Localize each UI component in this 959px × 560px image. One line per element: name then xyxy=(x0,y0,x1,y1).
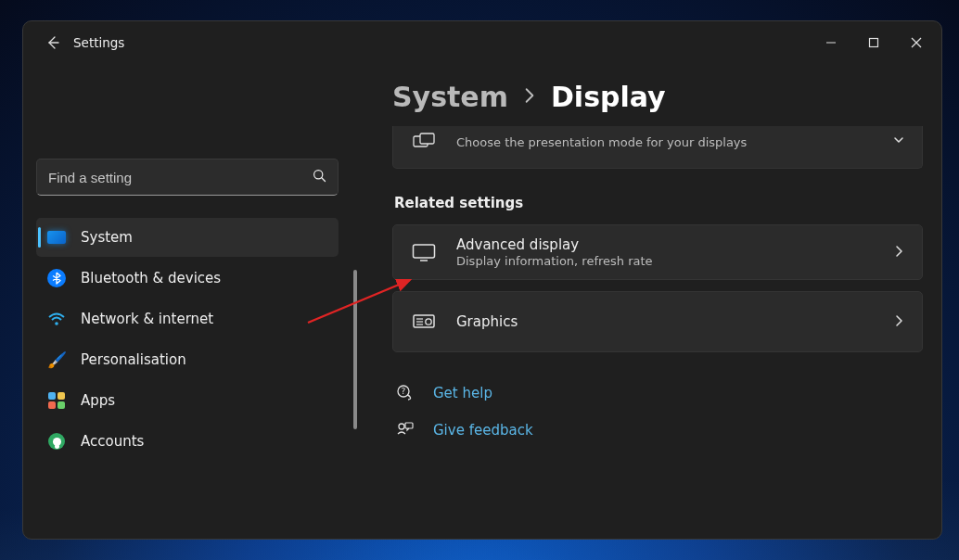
svg-line-6 xyxy=(322,178,326,182)
sidebar-item-label: Apps xyxy=(81,392,115,409)
close-icon xyxy=(911,37,922,48)
sidebar-item-personalisation[interactable]: 🖌️ Personalisation xyxy=(36,340,339,379)
breadcrumb-root[interactable]: System xyxy=(392,81,508,113)
paintbrush-icon: 🖌️ xyxy=(44,347,70,373)
setting-card-sub: Choose the presentation mode for your di… xyxy=(456,135,874,149)
chevron-right-icon xyxy=(521,87,538,108)
setting-card-advanced-display[interactable]: Advanced display Display information, re… xyxy=(392,224,923,280)
setting-card-multiple-displays[interactable]: Choose the presentation mode for your di… xyxy=(392,126,923,169)
app-title: Settings xyxy=(73,35,124,50)
sidebar-item-apps[interactable]: Apps xyxy=(36,381,339,420)
person-icon xyxy=(44,428,70,454)
sidebar-item-bluetooth[interactable]: Bluetooth & devices xyxy=(36,259,339,298)
svg-text:?: ? xyxy=(402,387,406,396)
svg-rect-10 xyxy=(414,245,435,258)
help-icon: ? xyxy=(394,384,416,402)
apps-icon xyxy=(44,388,70,414)
svg-point-7 xyxy=(55,322,58,325)
setting-card-title: Advanced display xyxy=(456,236,874,253)
section-header-related: Related settings xyxy=(394,195,923,211)
minimize-button[interactable] xyxy=(810,22,852,63)
sidebar-nav: System Bluetooth & devices Network & int… xyxy=(36,218,339,461)
link-label: Give feedback xyxy=(433,422,533,439)
setting-card-title: Graphics xyxy=(456,313,874,330)
settings-window: Settings xyxy=(22,20,942,540)
feedback-icon xyxy=(394,421,416,439)
monitor-outline-icon xyxy=(410,243,438,261)
link-label: Get help xyxy=(433,385,492,401)
window-controls xyxy=(810,22,938,63)
breadcrumb-leaf: Display xyxy=(551,81,666,113)
maximize-icon xyxy=(868,37,879,48)
search-icon xyxy=(313,169,326,185)
chevron-right-icon xyxy=(892,313,905,331)
sidebar-item-label: Network & internet xyxy=(81,311,213,327)
minimize-icon xyxy=(825,37,837,48)
sidebar-item-label: System xyxy=(81,229,133,246)
bluetooth-icon xyxy=(44,265,70,291)
sidebar-item-system[interactable]: System xyxy=(36,218,339,257)
arrow-left-icon xyxy=(45,35,60,50)
chevron-right-icon xyxy=(892,244,905,261)
search-input[interactable] xyxy=(48,170,313,185)
monitor-icon xyxy=(44,224,70,250)
link-give-feedback[interactable]: Give feedback xyxy=(394,421,923,439)
close-button[interactable] xyxy=(895,22,938,63)
svg-rect-9 xyxy=(420,134,434,144)
svg-rect-2 xyxy=(870,39,878,47)
setting-card-graphics[interactable]: Graphics xyxy=(392,291,923,352)
titlebar: Settings xyxy=(23,21,941,64)
wifi-icon xyxy=(44,306,70,332)
sidebar-item-label: Personalisation xyxy=(81,351,186,368)
chevron-down-icon xyxy=(892,133,905,150)
breadcrumb: System Display xyxy=(392,81,923,113)
setting-card-sub: Display information, refresh rate xyxy=(456,254,874,268)
sidebar: System Bluetooth & devices Network & int… xyxy=(23,64,352,539)
search-box[interactable] xyxy=(36,159,339,196)
maximize-button[interactable] xyxy=(852,22,895,63)
link-get-help[interactable]: ? Get help xyxy=(394,384,923,402)
svg-rect-20 xyxy=(405,423,413,428)
display-duplicate-icon xyxy=(410,133,438,151)
back-button[interactable] xyxy=(36,26,70,59)
sidebar-item-network[interactable]: Network & internet xyxy=(36,299,339,338)
sidebar-item-accounts[interactable]: Accounts xyxy=(36,422,339,461)
gpu-icon xyxy=(410,312,438,331)
main-content: System Display Choose the presentation m… xyxy=(352,64,941,539)
sidebar-item-label: Accounts xyxy=(81,433,144,450)
sidebar-item-label: Bluetooth & devices xyxy=(81,270,221,286)
svg-point-16 xyxy=(426,319,431,325)
svg-point-19 xyxy=(399,424,404,429)
